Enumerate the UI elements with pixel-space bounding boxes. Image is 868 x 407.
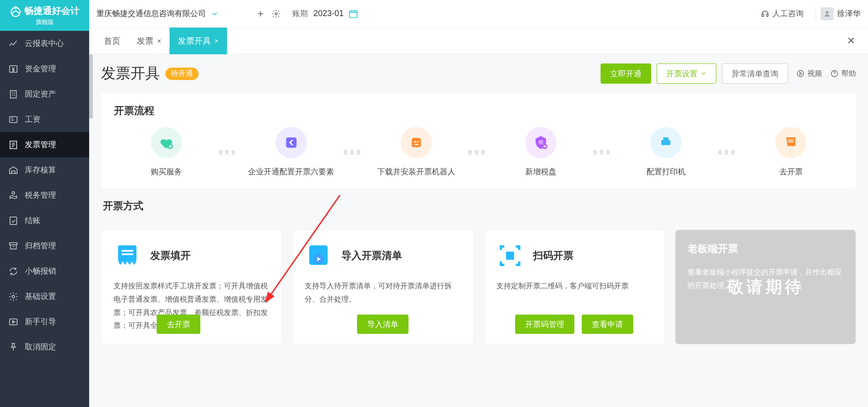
invoice-icon: [8, 140, 18, 150]
svg-rect-24: [664, 145, 669, 148]
tabs-bar: 首页 发票× 发票开具× ✕: [89, 28, 868, 54]
play-icon: [8, 317, 18, 327]
sidebar-item-fixed-assets[interactable]: 固定资产: [0, 81, 89, 107]
payroll-icon: [8, 115, 18, 125]
chart-icon: [8, 39, 18, 49]
tab-invoice-issue[interactable]: 发票开具×: [170, 28, 227, 54]
sidebar-item-funds[interactable]: 资金管理: [0, 56, 89, 81]
step-icon: [151, 127, 182, 158]
sidebar-item-archive[interactable]: 归档管理: [0, 233, 89, 258]
video-link[interactable]: 视频: [796, 69, 822, 79]
tab-invoice[interactable]: 发票×: [129, 28, 170, 54]
svg-rect-2: [11, 90, 17, 98]
chevron-down-icon: [210, 10, 219, 18]
company-name: 重庆畅捷交通信息咨询有限公司: [96, 8, 206, 19]
import-icon: [305, 242, 332, 269]
link-label: 帮助: [841, 69, 856, 79]
brand-edition: 旗舰版: [36, 18, 54, 26]
sidebar-item-closing[interactable]: 结账: [0, 208, 89, 233]
period-value: 2023-01: [313, 9, 344, 18]
topbar: 重庆畅捷交通信息咨询有限公司 账期 2023-01 人工咨询 徐泽华: [89, 0, 868, 28]
page-header: 发票开具 待开通 立即开通 开票设置 异常清单查询 视频 帮助: [101, 63, 856, 84]
tab-label: 首页: [104, 35, 120, 46]
step-icon: [650, 127, 681, 158]
warehouse-icon: [8, 165, 18, 175]
svg-point-12: [826, 11, 828, 14]
archive-icon: [8, 241, 18, 251]
card-action-button[interactable]: 开票码管理: [515, 315, 574, 334]
svg-rect-6: [10, 217, 17, 224]
close-icon[interactable]: ×: [215, 37, 219, 45]
brand-name: 畅捷通好会计: [24, 5, 79, 17]
sidebar-item-label: 基础设置: [25, 291, 56, 302]
gear-icon: [8, 292, 18, 302]
open-now-button[interactable]: 立即开通: [601, 63, 651, 84]
brand: 畅捷通好会计 旗舰版: [0, 0, 89, 31]
card-description: 支持导入待开票清单，可对待开票清单进行拆分、合并处理。: [305, 280, 461, 306]
step-label: 购买服务: [151, 166, 182, 177]
card-action-button[interactable]: 去开票: [157, 315, 200, 334]
form-icon: [113, 242, 141, 269]
sidebar-item-unpin[interactable]: 取消固定: [0, 334, 89, 360]
avatar[interactable]: [821, 7, 834, 20]
status-badge: 待开通: [165, 68, 199, 80]
sidebar-item-reimburse[interactable]: 小畅报销: [0, 258, 89, 284]
sidebar-item-settings[interactable]: 基础设置: [0, 284, 89, 309]
card-title: 发票填开: [150, 249, 191, 263]
hand-coin-icon: [8, 190, 18, 201]
refresh-icon: [8, 266, 18, 276]
link-label: 视频: [807, 69, 822, 79]
flow-step[interactable]: 税新增税盘: [488, 127, 593, 177]
help-icon: [830, 69, 839, 78]
sidebar-item-report-center[interactable]: 云报表中心: [0, 31, 89, 56]
step-label: 新增税盘: [525, 166, 556, 177]
abnormal-list-button[interactable]: 异常清单查询: [722, 63, 788, 84]
step-label: 下载并安装开票机器人: [377, 166, 455, 177]
main-content: 发票开具 待开通 立即开通 开票设置 异常清单查询 视频 帮助 开票流程 购买服…: [89, 54, 868, 407]
method-card: 导入开票清单支持导入待开票清单，可对待开票清单进行拆分、合并处理。导入清单: [292, 229, 473, 344]
check-doc-icon: [8, 216, 18, 226]
card-action-button[interactable]: 导入清单: [357, 315, 408, 334]
invoice-settings-button[interactable]: 开票设置: [657, 63, 716, 84]
section-title: 开票流程: [114, 104, 843, 118]
svg-point-8: [12, 295, 15, 298]
help-link[interactable]: 帮助: [830, 69, 856, 79]
close-icon[interactable]: ×: [157, 37, 161, 45]
sidebar-item-label: 新手引导: [25, 316, 56, 327]
close-all-tabs-button[interactable]: ✕: [840, 35, 862, 47]
card-title: 导入开票清单: [341, 249, 402, 263]
flow-step[interactable]: 去开票: [738, 127, 843, 177]
flow-step[interactable]: 企业开通配置开票六要素: [239, 127, 344, 177]
play-circle-icon: [796, 69, 805, 78]
card-action-button[interactable]: 查看申请: [582, 315, 633, 334]
calendar-icon[interactable]: [348, 9, 358, 19]
svg-rect-22: [661, 140, 670, 145]
scrollbar[interactable]: [89, 54, 93, 119]
step-icon: 税: [525, 127, 556, 158]
tab-label: 发票开具: [178, 35, 211, 46]
svg-point-5: [12, 191, 15, 194]
company-settings-button[interactable]: [268, 6, 284, 22]
sidebar-item-tax[interactable]: 税务管理: [0, 183, 89, 208]
svg-rect-16: [286, 138, 296, 148]
svg-rect-7: [10, 242, 17, 245]
flow-step[interactable]: 下载并安装开票机器人: [364, 127, 469, 177]
page-title: 发票开具: [101, 63, 160, 84]
tab-home[interactable]: 首页: [96, 28, 129, 54]
company-select[interactable]: 重庆畅捷交通信息咨询有限公司: [96, 8, 244, 19]
flow-connector: [344, 150, 364, 155]
svg-point-10: [275, 12, 278, 15]
card-description: 查看老板端小程序提交的开票申请，并作出相应的开票处理。: [687, 266, 844, 292]
sidebar-item-label: 结账: [25, 215, 40, 226]
flow-step[interactable]: 购买服务: [114, 127, 219, 177]
sidebar-item-label: 税务管理: [25, 190, 56, 201]
methods-section: 开票方式 发票填开支持按照发票样式手工填开发票；可开具增值税电子普通发票、增值税…: [101, 196, 856, 344]
add-company-button[interactable]: [253, 6, 268, 22]
sidebar-item-guide[interactable]: 新手引导: [0, 309, 89, 334]
sidebar-item-salary[interactable]: 工资: [0, 107, 89, 132]
sidebar-item-inventory[interactable]: 库存核算: [0, 157, 89, 183]
sidebar-item-invoice[interactable]: 发票管理: [0, 132, 89, 157]
flow-connector: [593, 150, 613, 155]
support-link[interactable]: 人工咨询: [760, 8, 804, 19]
flow-step[interactable]: 配置打印机: [613, 127, 718, 177]
